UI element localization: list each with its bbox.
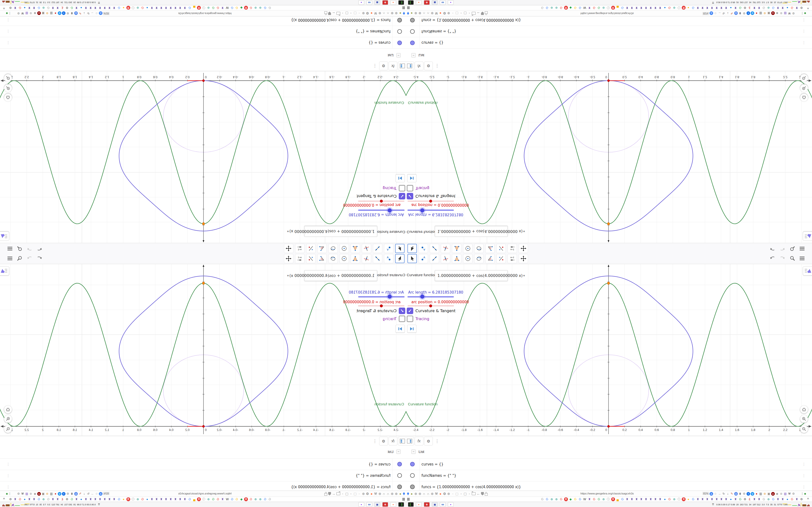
angle-tool-button[interactable]: α [317,254,327,263]
extension-icon[interactable]: ↻ [722,492,725,496]
bookmark-favicon[interactable]: ▄ [616,497,620,501]
bookmark-favicon[interactable]: ♜ [635,497,639,501]
function-selector-dropdown[interactable]: 1.000000000000 + cos(4.000000000000 x) ▼ [304,226,377,237]
bookmark-favicon[interactable]: G [597,6,601,10]
zoom-in-button[interactable] [800,415,808,423]
bookmark-favicon[interactable]: ◆ [240,6,243,10]
bookmark-favicon[interactable]: G [545,497,549,501]
extension-icon[interactable]: ◦ [459,12,463,15]
bookmark-favicon[interactable]: ⊛ [42,497,45,501]
extension-icon[interactable] [337,492,340,495]
extension-icon[interactable] [481,492,484,495]
pause-icon[interactable] [403,6,405,9]
extension-icon[interactable]: ← [476,492,480,495]
bookmark-favicon[interactable]: ● [729,6,733,10]
bookmark-favicon[interactable]: ● [79,497,83,501]
object-visibility-dot[interactable] [410,473,415,478]
bookmark-favicon[interactable]: ♜ [696,497,700,501]
bookmark-favicon[interactable]: G [263,6,267,10]
arc-position-point[interactable] [608,426,610,428]
conic-tool-button[interactable] [328,244,338,253]
view-style-flap-button[interactable] [0,266,9,276]
fx-button[interactable]: fx [415,62,423,70]
overflow-menu-icon[interactable]: ⋮ [801,492,804,495]
row-kebab-icon[interactable]: ⋮ [802,473,806,478]
fx-button[interactable]: fx [415,437,423,445]
bookmark-favicon[interactable]: ⊛ [672,497,676,501]
extension-icon[interactable]: ↻ [87,492,90,496]
bookmark-favicon[interactable]: ♜ [28,6,32,10]
taskbar-app-capture[interactable]: ▣ [374,502,380,507]
line-tool-button[interactable] [430,244,439,253]
extension-icon[interactable]: ∩ [422,12,425,15]
view-style-flap-button[interactable] [0,231,9,241]
bookmark-favicon[interactable]: ♜ [89,6,93,10]
taskbar-app-terminal[interactable]: ▎ [408,0,414,5]
function-selector-dropdown[interactable]: 1.000000000000 + cos(4.000000000000 x) ▼ [304,270,377,281]
bookmark-favicon[interactable]: ⚙ [743,497,747,501]
algebra-kebab-icon[interactable]: ⋮ [373,63,377,68]
algebra-row-funcNames[interactable]: funcNames = {" "}⋮ [0,470,406,481]
bookmark-favicon[interactable]: ⚙ [743,6,747,10]
extension-icon[interactable]: ▧ [25,492,29,496]
bookmark-favicon[interactable]: G [738,497,742,501]
bookmark-favicon[interactable]: £ [748,6,752,10]
extension-icon[interactable]: ⚒ [21,11,24,15]
row-kebab-icon[interactable]: ⋮ [802,29,806,34]
zoom-out-button[interactable] [800,74,808,82]
extension-icon[interactable]: ◆ [33,11,37,15]
algebra-row-funcNames[interactable]: funcNames = {" "}⋮ [406,26,812,37]
bookmark-favicon[interactable]: ♜ [640,497,643,501]
extension-icon[interactable]: ← [476,12,480,15]
extension-icon[interactable]: ⚒ [435,492,438,495]
bookmark-favicon[interactable]: ♜ [159,6,163,10]
bookmark-favicon[interactable]: ♜ [179,6,182,10]
bookmark-favicon[interactable]: ♜ [795,6,799,10]
extension-icon[interactable]: ⚒ [788,492,791,496]
bookmark-favicon[interactable]: ♜ [173,6,177,10]
arc-length-slider[interactable] [407,296,454,297]
extension-icon[interactable]: ↓ [726,11,729,15]
extension-icon[interactable] [472,12,475,15]
chevron-up-icon[interactable]: ^ [807,6,809,10]
home-button[interactable] [4,94,12,101]
extension-icon[interactable]: ▢ [463,492,467,495]
extension-icon[interactable]: ◦ [349,12,353,15]
extension-icon[interactable]: ☆ [714,492,717,496]
extension-icon[interactable]: → [718,492,721,496]
arc-position-slider-knob[interactable] [380,304,383,307]
conic-tool-button[interactable] [328,254,338,263]
polygon-tool-button[interactable] [452,244,461,253]
bookmark-favicon[interactable]: £ [748,497,752,501]
bookmark-favicon[interactable]: G [188,497,192,501]
bookmark-favicon[interactable]: G [235,497,239,501]
pause-icon[interactable] [407,498,409,501]
extension-icon[interactable]: A [99,11,102,15]
bookmark-favicon[interactable]: ♜ [719,6,723,10]
bookmark-favicon[interactable]: ♜ [112,497,116,501]
bookmark-favicon[interactable]: G [790,497,794,501]
page-zoom-badge[interactable]: 81% [103,492,110,495]
extension-icon[interactable]: ↻ [87,11,90,15]
extension-icon[interactable]: ⊕ [45,11,49,15]
bookmark-favicon[interactable]: ♜ [221,497,224,501]
bookmark-favicon[interactable]: ♜ [658,497,662,501]
bookmark-favicon[interactable]: Я [244,497,248,501]
bookmark-favicon[interactable]: ♜ [89,497,93,501]
extension-icon[interactable]: → [718,11,721,15]
arc-position-slider-knob[interactable] [429,200,432,203]
extension-icon[interactable]: → [91,11,94,15]
point-tool-button[interactable]: A [418,254,428,263]
arc-position-point[interactable] [203,80,205,82]
taskbar-app-terminal[interactable]: ▎ [398,0,404,5]
bookmark-favicon[interactable]: ♜ [13,6,17,10]
extension-icon[interactable]: ⊕ [378,12,382,15]
reflect-tool-button[interactable] [496,254,506,263]
bookmark-favicon[interactable]: ● [729,497,733,501]
bookmark-favicon[interactable]: ♜ [56,497,60,501]
pause-icon[interactable] [407,6,409,9]
bookmark-favicon[interactable]: G [592,497,596,501]
bookmark-favicon[interactable]: G [540,6,544,10]
bookmark-favicon[interactable]: ♜ [724,497,728,501]
taskbar-app-settings[interactable]: ⚙ [424,502,430,507]
